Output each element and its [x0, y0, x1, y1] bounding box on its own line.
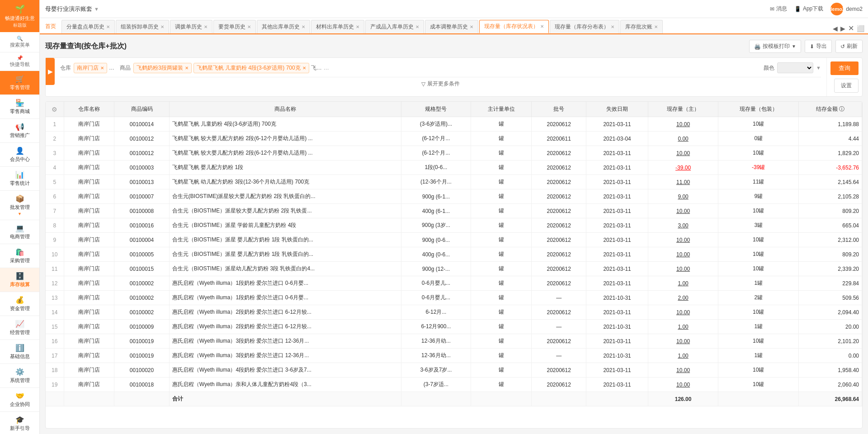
- dropdown-icon[interactable]: ▼: [94, 6, 99, 12]
- messages-btn[interactable]: ✉ 消息: [770, 5, 787, 13]
- cell-qty-main[interactable]: 10.00: [648, 262, 718, 276]
- cell-qty-main[interactable]: -39.00: [648, 160, 718, 175]
- sidebar-item-retail[interactable]: 🛒 零售管理: [0, 71, 39, 95]
- sidebar-item-ecommerce[interactable]: 💻 电商管理: [0, 220, 39, 244]
- tab-xianzaifenbu-close[interactable]: ✕: [611, 24, 614, 29]
- sidebar-item-basic[interactable]: ℹ️ 基础信息: [0, 340, 39, 364]
- tab-chengben[interactable]: 成本调整单历史 ✕: [425, 20, 478, 33]
- cell-qty-main[interactable]: 9.00: [648, 189, 718, 204]
- tab-zuhe[interactable]: 组装拆卸单历史 ✕: [116, 20, 169, 33]
- cell-qty-main[interactable]: 2.00: [648, 291, 718, 305]
- cell-qty-main[interactable]: 1.00: [648, 276, 718, 291]
- cell-code: 00100002: [114, 276, 170, 291]
- sidebar-logo[interactable]: 🌱 畅捷通好生意 标题版: [0, 0, 39, 32]
- settings-icon[interactable]: ⚙: [52, 106, 57, 113]
- tab-yaohuo-close[interactable]: ✕: [247, 24, 251, 29]
- purchase-icon: 🛍️: [2, 248, 38, 256]
- sidebar-item-nav[interactable]: 📌 快捷导航: [0, 52, 39, 71]
- cell-qty-main[interactable]: 1.00: [648, 349, 718, 363]
- cell-qty-main[interactable]: 10.00: [648, 363, 718, 377]
- cell-qty-main[interactable]: 10.00: [648, 305, 718, 320]
- cell-qty-main[interactable]: 10.00: [648, 377, 718, 392]
- tab-xianzaifenbu[interactable]: 现存量（库存分布表） ✕: [550, 20, 619, 33]
- tab-chengben-close[interactable]: ✕: [470, 24, 473, 29]
- refresh-button[interactable]: ↺ 刷新: [835, 40, 863, 53]
- col-settings[interactable]: ⚙: [46, 102, 64, 117]
- tab-tiaopi[interactable]: 调拨单历史 ✕: [170, 20, 212, 33]
- sidebar-item-finance[interactable]: 💰 资金管理: [0, 292, 39, 316]
- sidebar-item-shop[interactable]: 🏪 零售商城: [0, 95, 39, 119]
- tab-zuhe-close[interactable]: ✕: [160, 24, 164, 29]
- cell-qty-main[interactable]: 10.00: [648, 146, 718, 160]
- tab-close-all[interactable]: ✕: [847, 23, 855, 33]
- cell-qty-main[interactable]: 10.00: [648, 233, 718, 247]
- tab-qitachu-close[interactable]: ✕: [302, 24, 305, 29]
- tab-fenxing[interactable]: 分量盘点单历史 ✕: [61, 20, 115, 33]
- sidebar-item-cooperation[interactable]: 🤝 企业协同: [0, 388, 39, 412]
- cell-code: 00100002: [114, 291, 170, 305]
- sidebar-item-stats[interactable]: 📊 零售统计: [0, 167, 39, 191]
- cell-qty-main[interactable]: 10.00: [648, 117, 718, 132]
- sidebar-operations-label: 经营管理: [2, 329, 38, 336]
- tab-chanpinru-close[interactable]: ✕: [415, 24, 419, 29]
- sidebar-item-marketing[interactable]: 📢 营销推广: [0, 119, 39, 143]
- cell-no: 2: [46, 132, 64, 146]
- tab-maximize[interactable]: ⬜: [856, 24, 865, 33]
- settings-button[interactable]: 设置: [834, 79, 859, 93]
- tab-fenxing-close[interactable]: ✕: [106, 24, 110, 29]
- color-select[interactable]: [777, 62, 813, 73]
- product-more[interactable]: 飞…: [311, 64, 322, 72]
- template-print-button[interactable]: 🖨️ 按模板打印 ▼: [749, 40, 801, 53]
- table-container: ⚙ 仓库名称 商品编码 商品名称 规格型号 主计量单位 批号 失效日期 现存量（…: [45, 101, 863, 429]
- warehouse-more[interactable]: …: [109, 65, 114, 71]
- tab-kucunpici[interactable]: 库存批次账 ✕: [620, 20, 663, 33]
- cell-qty-main[interactable]: 0.00: [648, 132, 718, 146]
- tab-cailiao-close[interactable]: ✕: [356, 24, 359, 29]
- tab-next[interactable]: ▶: [840, 24, 846, 33]
- cell-qty-main[interactable]: 11.00: [648, 175, 718, 189]
- tab-cailiao[interactable]: 材料出库单历史 ✕: [311, 20, 364, 33]
- warehouse-tag[interactable]: 南岸门店 ✕: [74, 63, 107, 73]
- cell-qty-main[interactable]: 10.00: [648, 334, 718, 349]
- filter-toggle-btn[interactable]: ▶: [46, 58, 55, 85]
- product-tag-2-close[interactable]: ✕: [302, 66, 306, 71]
- cell-spec: 900g (12-...: [401, 262, 471, 276]
- tab-xianzaikucun-close[interactable]: ✕: [540, 24, 544, 29]
- refresh-label: 刷新: [847, 42, 858, 50]
- tab-qitachu[interactable]: 其他出库单历史 ✕: [257, 20, 310, 33]
- warehouse-tag-close[interactable]: ✕: [100, 66, 104, 71]
- expand-more-btn[interactable]: ▽ 展开更多条件: [60, 77, 821, 90]
- sidebar-item-purchase[interactable]: 🛍️ 采购管理: [0, 244, 39, 268]
- tab-chanpinru[interactable]: 产成品入库单历史 ✕: [365, 20, 424, 33]
- sidebar-item-system[interactable]: ⚙️ 系统管理: [0, 364, 39, 388]
- sidebar-item-inventory[interactable]: 🗄️ 库存核算: [0, 268, 39, 292]
- sidebar-item-member[interactable]: 👤 会员中心: [0, 143, 39, 167]
- query-button[interactable]: 查询: [830, 61, 859, 75]
- page-header: 现存量查询(按仓库+批次) 🖨️ 按模板打印 ▼ ⬇ 导出 ↺ 刷新: [45, 40, 863, 53]
- tab-yaohuo[interactable]: 要货单历史 ✕: [213, 20, 256, 33]
- sidebar-item-search[interactable]: 🔍 搜索英单: [0, 32, 39, 52]
- cell-qty-main[interactable]: 10.00: [648, 247, 718, 262]
- sidebar-item-operations[interactable]: 📈 经营管理: [0, 316, 39, 340]
- cell-qty-main[interactable]: 3.00: [648, 218, 718, 233]
- sidebar-item-wholesale[interactable]: 📦 批发管理 ▼: [0, 191, 39, 220]
- product-more-dots[interactable]: …: [324, 65, 329, 71]
- tab-kucunpici-close[interactable]: ✕: [654, 24, 658, 29]
- product-tag-2[interactable]: 飞鹤星飞帆 儿童奶粉 4段(3-6岁适用) 700克 ✕: [193, 63, 309, 73]
- cell-qty-main[interactable]: 10.00: [648, 204, 718, 218]
- download-btn[interactable]: 📱 App下载: [794, 5, 823, 13]
- tab-prev[interactable]: ◀: [832, 24, 839, 33]
- tab-home[interactable]: 首页: [40, 20, 61, 33]
- tab-tiaopi-close[interactable]: ✕: [204, 24, 208, 29]
- product-tag-1-close[interactable]: ✕: [185, 66, 189, 71]
- cell-qty-main[interactable]: 1.00: [648, 320, 718, 334]
- operations-icon: 📈: [2, 320, 38, 328]
- tab-xianzaikucun[interactable]: 现存量（库存状况表） ✕: [479, 20, 549, 33]
- template-dropdown-icon: ▼: [792, 44, 796, 49]
- sidebar-item-guide[interactable]: 🎓 新手引导: [0, 412, 39, 434]
- export-button[interactable]: ⬇ 导出: [805, 40, 832, 53]
- product-tag-1[interactable]: 飞鹤奶粉3段两罐装 ✕: [133, 63, 192, 73]
- search-icon: 🔍: [17, 36, 23, 41]
- user-area[interactable]: demo2 demo2: [830, 3, 863, 15]
- table-scroll[interactable]: ⚙ 仓库名称 商品编码 商品名称 规格型号 主计量单位 批号 失效日期 现存量（…: [46, 102, 862, 428]
